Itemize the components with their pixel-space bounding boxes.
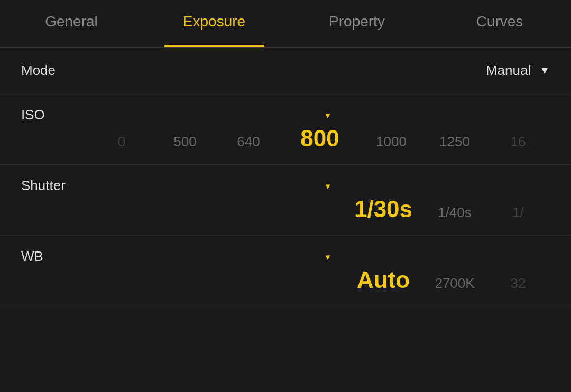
iso-indicator-arrow: ▼ [324,111,332,120]
mode-dropdown-arrow: ▼ [539,64,550,77]
mode-label: Mode [21,62,106,79]
wb-section: WB ▼ Auto 2700K 32 [0,236,571,306]
wb-val-auto: Auto [344,267,423,293]
wb-indicator-area: ▼ [106,249,550,264]
iso-label: ISO [21,107,106,123]
wb-val-2700k: 2700K [423,275,486,292]
shutter-val-partial: 1/ [486,204,550,221]
content-area: Mode Manual ▼ ISO ▼ 0 500 640 800 1000 1… [0,48,571,306]
wb-indicator-arrow: ▼ [324,253,332,262]
shutter-val-1-30s: 1/30s [344,196,423,222]
iso-top-row: ISO ▼ [0,94,571,123]
mode-value: Manual [486,62,531,79]
shutter-section: Shutter ▼ 1/30s 1/40s 1/ [0,165,571,236]
iso-section: ISO ▼ 0 500 640 800 1000 1250 16 [0,94,571,165]
iso-val-0: 0 [90,134,153,150]
wb-top-row: WB ▼ [0,236,571,265]
tab-bar: General Exposure Property Curves [0,0,571,48]
shutter-top-row: Shutter ▼ [0,165,571,194]
tab-curves[interactable]: Curves [428,0,571,47]
mode-control[interactable]: Manual ▼ [106,62,550,79]
shutter-label: Shutter [21,178,106,194]
iso-val-1000: 1000 [360,134,423,150]
wb-values-row[interactable]: Auto 2700K 32 [0,265,571,306]
iso-val-800: 800 [280,125,360,152]
wb-val-32: 32 [486,275,550,292]
shutter-indicator-arrow: ▼ [324,182,332,191]
shutter-indicator-area: ▼ [106,179,550,193]
iso-val-640: 640 [217,134,280,150]
iso-values-row[interactable]: 0 500 640 800 1000 1250 16 [0,123,571,164]
iso-val-1250: 1250 [423,134,486,150]
shutter-values-row[interactable]: 1/30s 1/40s 1/ [0,194,571,235]
shutter-val-1-40s: 1/40s [423,204,486,221]
tab-exposure[interactable]: Exposure [143,0,286,47]
iso-val-16: 16 [486,134,550,150]
mode-row: Mode Manual ▼ [0,48,571,94]
iso-val-500: 500 [153,134,217,150]
wb-label: WB [21,248,106,265]
tab-property[interactable]: Property [286,0,428,47]
iso-indicator-area: ▼ [106,108,550,123]
tab-general[interactable]: General [0,0,143,47]
